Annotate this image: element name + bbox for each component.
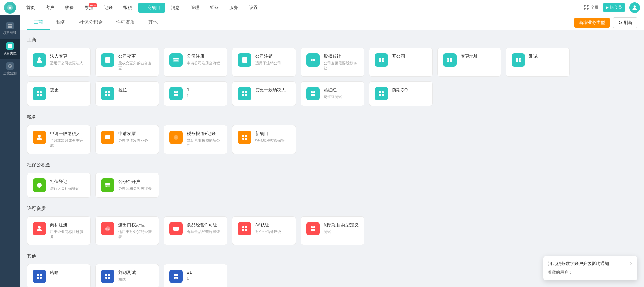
svg-rect-55 [245,94,247,96]
sidebar: 项目管理 项目类型 进度监测 [0,15,20,287]
card-shebao-dengji[interactable]: 社保登记 进行人员社保登记 [27,173,91,198]
card-3a-renzheng[interactable]: 3A认证 对企业信誉评级 [232,216,296,245]
card-qianqi-qq[interactable]: 前期QQ [369,81,433,106]
svg-rect-85 [245,229,247,231]
card-biangeng-dizhi[interactable]: 变更地址 [437,48,501,77]
card-ot-desc-2: 1 [187,276,222,281]
svg-rect-80 [173,227,179,231]
card-guquan-zhuanrang[interactable]: 股权转让 公司变更需要股权转让 [301,48,364,77]
card-biangeng-shuiren[interactable]: 变更一般纳税人 [232,81,296,106]
card-sw-icon-2: ¥ [169,131,183,144]
card-icon-9 [101,87,114,100]
card-haha[interactable]: 哈哈 [27,264,91,287]
card-ot-name-2: 21 [187,270,222,275]
notification-content: 尊敬的用户： [548,269,633,276]
tab-other[interactable]: 其他 [142,15,164,30]
svg-rect-54 [242,94,244,96]
card-shipin-xuke[interactable]: 食品经营许可证 办理食品经营许可证 [164,216,227,245]
nav-service[interactable]: 服务 [225,3,243,13]
section-xuke-title: 许可资质 [27,206,637,212]
card-shuiwu-baodao[interactable]: ¥ 税务报道+记账 拿到营业执照的新公司 [164,125,227,154]
card-sb-name-1: 公积金开户 [118,178,153,185]
card-gongsi-biangeng[interactable]: 公司变更 股权变更外的业务变更 [95,48,159,77]
svg-rect-96 [105,277,107,279]
nav-settings[interactable]: 设置 [244,3,262,13]
nav-tax[interactable]: 报税 [119,3,137,13]
tab-shebao[interactable]: 社保公积金 [72,15,109,30]
nav-fee[interactable]: 收费 [60,3,78,13]
notification-close-button[interactable]: × [630,261,633,267]
svg-rect-65 [105,135,110,139]
card-name-3: 公司注销 [255,53,290,59]
card-icon-5 [375,53,388,67]
tab-shuiwu[interactable]: 税务 [50,15,72,30]
nav-ticket[interactable]: 票据 new [80,3,98,13]
card-sw-name-1: 申请发票 [118,131,153,137]
nav-customer[interactable]: 客户 [41,3,59,13]
card-desc-2: 申请公司注册全流程 [187,61,222,66]
svg-rect-10 [10,44,12,46]
nav-message[interactable]: 消息 [166,3,184,13]
svg-rect-53 [245,91,247,93]
svg-rect-32 [447,58,449,60]
svg-rect-43 [40,94,42,96]
card-lala[interactable]: 拉拉 [95,81,159,106]
card-gehonghong[interactable]: 葛红红 葛红红测试 [301,81,364,106]
card-jinchuku[interactable]: 国际 进出口权办理 适用于对外贸易经营者 [95,216,159,245]
svg-rect-3 [587,8,589,10]
card-shangbiao[interactable]: 商标注册 用于企业商标注册服务 [27,216,91,245]
card-icon-4 [306,53,320,67]
tab-actions: 新增业务类型 ↻ 刷新 [574,17,637,28]
card-gongsi-zhuxiao[interactable]: 公司注销 适用于注销公司 [232,48,296,77]
sidebar-item-project-types[interactable]: 项目类型 [0,39,20,59]
nav-home[interactable]: 首页 [21,3,40,13]
svg-rect-72 [242,138,244,140]
card-desc-12: 葛红红测试 [324,94,359,99]
svg-rect-35 [450,60,452,62]
svg-rect-75 [105,183,110,185]
nav-operation[interactable]: 经营 [205,3,223,13]
card-gongsi-zhuce[interactable]: 公司注册 申请公司注册全流程 [164,48,227,77]
notification-header: 河北税务数字账户升级影响通知 × [548,261,633,267]
svg-point-77 [38,226,41,229]
card-icon-8 [33,87,46,100]
card-gongjijin-kaihu[interactable]: 公积金开户 办理公积金相关业务 [95,173,159,198]
nav-business[interactable]: 工商项目 [138,3,165,13]
user-avatar[interactable] [629,2,640,13]
svg-rect-15 [105,57,110,63]
nav-bookkeeping[interactable]: 记账 [99,3,117,13]
card-1[interactable]: 1 1 [164,81,227,106]
tab-xuke[interactable]: 许可资质 [109,15,142,30]
nav-manage[interactable]: 管理 [186,3,204,13]
top-nav: 首页 客户 收费 票据 new 记账 报税 工商项目 消息 管理 经营 服务 设… [0,0,644,15]
fullscreen-btn[interactable]: 全屏 [584,5,599,10]
card-faziren-biangeng[interactable]: 法人变更 适用于公司变更法人 [27,48,91,77]
new-type-button[interactable]: 新增业务类型 [574,18,610,28]
tab-gongshang[interactable]: 工商 [27,15,50,30]
card-xin-xiangmu[interactable]: 新项目 报税加税控盘保管 [232,125,296,154]
card-ceshi[interactable]: 测试 [506,48,570,77]
card-biangeng2[interactable]: 变更 [27,81,91,106]
card-21[interactable]: 21 1 [164,264,227,287]
card-liucong-ceshi[interactable]: 刘聪测试 测试 [95,264,159,287]
svg-point-64 [38,135,41,137]
card-kai-gongsi[interactable]: 开公司 [369,48,433,77]
sidebar-item-project-management[interactable]: 项目管理 [0,19,20,39]
fullscreen-icon [584,5,589,10]
card-ceshi-leixing[interactable]: 测试项目类型定义 测试 [301,216,364,245]
refresh-button[interactable]: ↻ 刷新 [613,17,637,28]
card-fapiao-shenqing[interactable]: 申请发票 办理申请发票业务 [95,125,159,154]
app-logo[interactable] [4,2,16,14]
card-name-2: 公司注册 [187,53,222,59]
card-sw-icon-1 [101,131,114,144]
card-shuiren-shenqing[interactable]: 申请一般纳税人 当月或次月成变更完成 [27,125,91,154]
svg-rect-82 [242,226,244,228]
svg-point-4 [634,5,636,8]
card-name-1: 公司变更 [118,53,153,59]
card-desc-1: 股权变更外的业务变更 [118,61,153,71]
svg-rect-1 [587,5,589,7]
member-button[interactable]: ▶ 畅会员 [603,3,625,12]
card-name-11: 变更一般纳税人 [255,87,290,93]
sidebar-item-progress-monitor[interactable]: 进度监测 [0,59,20,79]
svg-rect-101 [176,277,178,279]
